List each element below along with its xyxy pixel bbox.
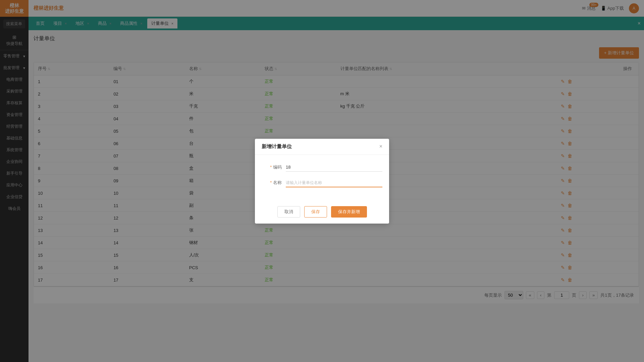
name-input[interactable] [286, 178, 382, 187]
modal-overlay[interactable]: 新增计量单位 × 编码 名称 取消 保存 保存并新增 [0, 0, 644, 362]
save-button[interactable]: 保存 [304, 206, 327, 218]
modal-footer: 取消 保存 保存并新增 [255, 202, 389, 224]
code-form-row: 编码 [262, 163, 382, 172]
code-input[interactable] [286, 163, 382, 172]
name-form-row: 名称 [262, 178, 382, 187]
modal-title: 新增计量单位 [262, 143, 292, 150]
cancel-button[interactable]: 取消 [277, 206, 300, 218]
modal-body: 编码 名称 [255, 155, 389, 202]
code-label: 编码 [262, 164, 282, 170]
add-unit-modal: 新增计量单位 × 编码 名称 取消 保存 保存并新增 [255, 139, 389, 224]
modal-close-button[interactable]: × [379, 143, 382, 149]
name-label: 名称 [262, 180, 282, 186]
modal-header: 新增计量单位 × [255, 139, 389, 155]
save-and-new-button[interactable]: 保存并新增 [331, 206, 367, 218]
